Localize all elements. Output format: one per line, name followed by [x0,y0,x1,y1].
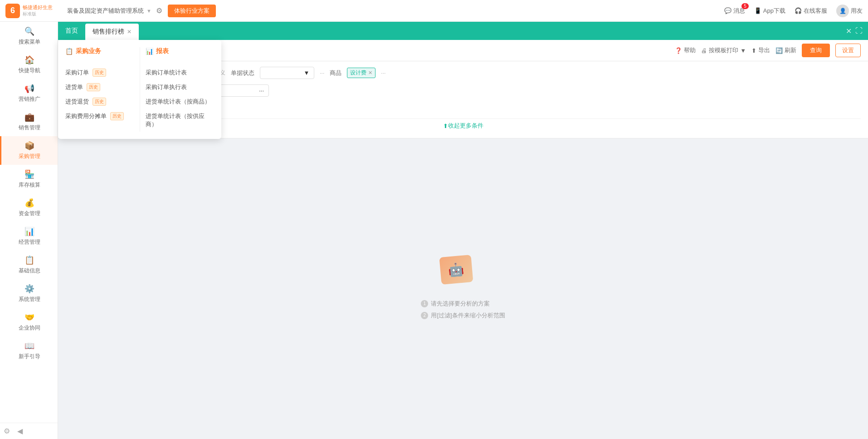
tab-sales-ranking[interactable]: 销售排行榜 ✕ [85,24,139,40]
message-icon: 💬 [724,7,731,14]
sidebar-item-inventory[interactable]: 🏪 库存核算 [0,165,58,193]
purchase-order-badge: 历史 [93,69,106,77]
tab-bar: 首页 销售排行榜 ✕ ✕ ⛶ [58,22,868,40]
empty-tips: 1 请先选择要分析的方案 2 用[过滤]条件来缩小分析范围 [421,298,505,321]
purchase-inbound-item[interactable]: 进货单 历史 [65,80,134,94]
report-inbound-by-goods-item[interactable]: 进货单统计表（按商品） [146,94,215,109]
purchase-order-item[interactable]: 采购订单 历史 [65,65,134,80]
purchase-report-title: 📊 报表 [146,47,215,59]
system-icon: ⚙️ [24,284,34,294]
sidebar-item-basic-info[interactable]: 📋 基础信息 [0,251,58,279]
sys-dropdown-icon[interactable]: ▼ [146,8,151,14]
top-bar-right: 💬 消息 5 📱 App下载 🎧 在线客服 👤 用友 [724,5,863,17]
print-dropdown-icon[interactable]: ▼ [740,47,746,54]
purchase-icon: 📦 [24,141,34,151]
user-item[interactable]: 👤 用友 [836,5,863,17]
help-icon: ❓ [675,47,682,54]
sidebar-item-enterprise[interactable]: 🤝 企业协同 [0,308,58,336]
goods-more[interactable]: ··· [381,70,385,76]
sidebar-item-sales[interactable]: 💼 销售管理 [0,108,58,136]
industry-btn[interactable]: 体验行业方案 [168,5,216,17]
logo-area: 6 畅捷通好生意 标准版 [5,4,63,18]
sidebar-item-search[interactable]: 🔍 搜索菜单 [0,22,58,50]
logo-tag: 标准版 [23,11,53,17]
sales-icon: 💼 [24,112,34,122]
status-dropdown-icon: ▼ [303,69,309,76]
refresh-icon: 🔄 [775,47,783,54]
collapse-icon: ⬆ [443,123,448,129]
tab-bar-right: ✕ ⛶ [846,22,868,40]
top-bar: 6 畅捷通好生意 标准版 装备及固定资产辅助管理系统 ▼ ⚙ 体验行业方案 💬 … [0,0,868,22]
search-icon: 🔍 [24,26,34,36]
guide-icon: 📖 [24,341,34,351]
print-btn[interactable]: 🖨 按模板打印 ▼ [701,46,746,54]
purchase-inbound-badge: 历史 [87,83,100,91]
message-badge: 5 [741,3,749,9]
sys-settings-icon[interactable]: ⚙ [156,6,162,15]
tab-close-window-icon[interactable]: ✕ [846,27,852,35]
message-item[interactable]: 💬 消息 5 [724,7,745,15]
query-btn[interactable]: 查询 [802,44,830,57]
menu-divider [140,47,140,132]
collapse-btn[interactable]: ◀ [14,423,26,439]
app-download-item[interactable]: 📱 App下载 [754,7,785,15]
finance-icon: 💰 [24,198,34,208]
purchase-business-col: 📋 采购业务 采购订单 历史 进货单 历史 进货退货 历史 采购费用分摊单 历史 [65,47,134,132]
sidebar-bottom: ⚙ ◀ [0,423,58,439]
empty-icon: 🤖 [440,256,486,292]
sidebar-item-operations[interactable]: 📊 经营管理 [0,222,58,251]
help-btn[interactable]: ❓ 帮助 [675,46,696,54]
sidebar-item-finance[interactable]: 💰 资金管理 [0,193,58,222]
sidebar-item-marketing[interactable]: 📢 营销推广 [0,79,58,108]
empty-robot-icon: 🤖 [439,255,473,285]
settings-btn[interactable]: 设置 [835,44,861,57]
goods-tag: 设计费 ✕ [347,68,375,78]
report-icon: 📊 [146,48,153,55]
purchase-business-title: 📋 采购业务 [65,47,134,59]
purchase-dropdown-menu: 📋 采购业务 采购订单 历史 进货单 历史 进货退货 历史 采购费用分摊单 历史… [58,40,221,139]
goods-tag-close[interactable]: ✕ [368,70,372,76]
tab-home[interactable]: 首页 [58,22,85,40]
tab-maximize-icon[interactable]: ⛶ [855,27,863,35]
purchase-return-badge: 历史 [93,98,106,106]
report-inbound-by-supplier-item[interactable]: 进货单统计表（按供应商） [146,109,215,132]
tab-close-icon[interactable]: ✕ [127,29,132,35]
purchase-report-col: 📊 报表 采购订单统计表 采购订单执行表 进货单统计表（按商品） 进货单统计表（… [146,47,215,132]
home-icon: 🏠 [24,55,34,65]
sidebar-item-quick-nav[interactable]: 🏠 快捷导航 [0,50,58,79]
operations-icon: 📊 [24,227,34,237]
marketing-icon: 📢 [24,84,34,94]
avatar: 👤 [836,5,849,17]
goods-label: 商品 [330,69,341,77]
phone-icon: 📱 [754,7,761,14]
system-title: 装备及固定资产辅助管理系统 ▼ ⚙ [67,6,162,15]
export-icon: ⬆ [751,47,756,54]
refresh-btn[interactable]: 🔄 刷新 [775,46,796,54]
purchase-expense-badge: 历史 [110,112,124,120]
status-select[interactable]: ▼ [260,67,314,79]
logo-name: 畅捷通好生意 [23,4,53,10]
purchase-return-item[interactable]: 进货退货 历史 [65,94,134,109]
sidebar-item-guide[interactable]: 📖 新手引导 [0,336,58,365]
print-icon: 🖨 [701,47,707,54]
inventory-icon: 🏪 [24,169,34,179]
report-order-stats-item[interactable]: 采购订单统计表 [146,65,215,80]
logo-icon: 6 [5,4,20,18]
online-service-item[interactable]: 🎧 在线客服 [795,7,827,15]
purchase-expense-item[interactable]: 采购费用分摊单 历史 [65,109,134,123]
bottom-settings-btn[interactable]: ⚙ [0,423,14,439]
sidebar-item-purchase[interactable]: 📦 采购管理 [0,136,58,165]
sidebar-item-system[interactable]: ⚙️ 系统管理 [0,279,58,308]
headset-icon: 🎧 [795,7,802,14]
basic-info-icon: 📋 [24,255,34,265]
sidebar: 🔍 搜索菜单 🏠 快捷导航 📢 营销推广 💼 销售管理 📦 采购管理 🏪 [0,22,58,439]
salesman-dropdown-icon: ··· [259,87,264,94]
purchase-business-icon: 📋 [65,48,73,55]
report-order-exec-item[interactable]: 采购订单执行表 [146,80,215,94]
status-more[interactable]: ··· [320,70,324,76]
enterprise-icon: 🤝 [24,312,34,322]
empty-state: 🤖 1 请先选择要分析的方案 2 用[过滤]条件来缩小分析范围 [58,138,868,439]
export-btn[interactable]: ⬆ 导出 [751,46,770,54]
status-label: 单据状态 [231,69,254,77]
